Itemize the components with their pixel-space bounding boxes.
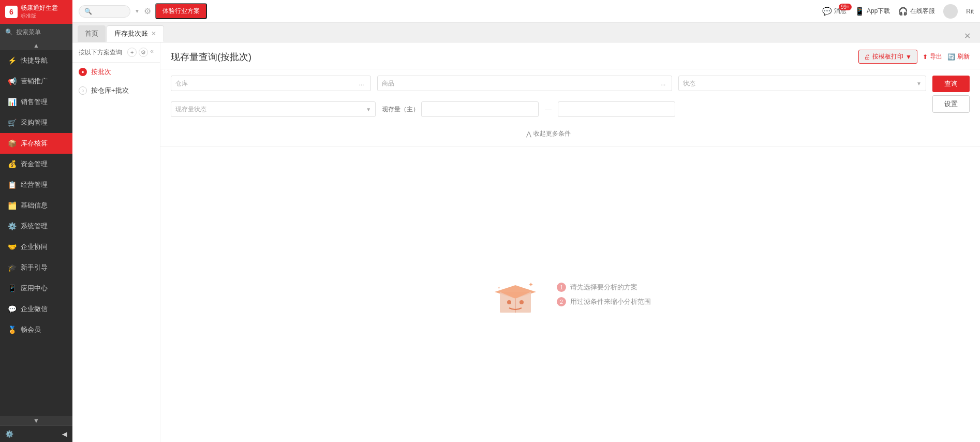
export-icon: ⬆ (923, 53, 928, 61)
scheme-dot-warehouse: ○ (79, 86, 87, 95)
inventory-qty-max[interactable] (558, 101, 675, 117)
sidebar-item-purchase[interactable]: 🛒采购管理 (0, 112, 72, 133)
basics-icon: 🗂️ (7, 201, 17, 210)
query-btn[interactable]: 查询 (932, 76, 970, 92)
tab-inventory-batch[interactable]: 库存批次账 ✕ (107, 25, 164, 42)
collapse-filters-btn[interactable]: ⋀ 收起更多条件 (171, 127, 926, 140)
sidebar-item-label: 快捷导航 (21, 56, 48, 65)
scheme-dot-batch: ● (79, 68, 87, 76)
warehouse-more-btn[interactable]: ... (357, 80, 366, 87)
settings-btn[interactable]: 设置 (932, 95, 970, 113)
wechat-icon: 💬 (7, 304, 17, 314)
add-scheme-btn[interactable]: + (127, 48, 137, 57)
sidebar-item-inventory[interactable]: 📦库存核算 (0, 133, 72, 154)
sidebar-item-enterprise[interactable]: 🤝企业协同 (0, 237, 72, 257)
inventory-qty-dash: — (541, 106, 556, 113)
topbar: 🔍 ▼ ⚙ 体验行业方案 💬 消息 99+ 📱 App下载 🎧 在线客服 Rit (72, 0, 980, 23)
messages-action[interactable]: 💬 消息 99+ (822, 7, 847, 16)
app-download-action[interactable]: 📱 App下载 (855, 7, 890, 16)
online-service-action[interactable]: 🎧 在线客服 (898, 7, 935, 16)
scheme-item-warehouse-batch[interactable]: ○ 按仓库+批次 (72, 81, 160, 100)
sidebar-header: 6 畅康通好生意 标准版 (0, 0, 72, 24)
refresh-icon: 🔄 (947, 53, 955, 61)
sidebar-scroll-down[interactable]: ▼ (0, 416, 72, 425)
sidebar-item-quick-nav[interactable]: ⚡快捷导航 (0, 50, 72, 71)
enterprise-icon: 🤝 (7, 242, 17, 252)
topbar-actions: 💬 消息 99+ 📱 App下载 🎧 在线客服 Rit (822, 4, 974, 19)
scheme-header-label: 按以下方案查询 (79, 48, 122, 57)
sidebar-item-operations[interactable]: 📋经营管理 (0, 174, 72, 195)
experience-btn[interactable]: 体验行业方案 (155, 3, 207, 19)
sidebar-item-basics[interactable]: 🗂️基础信息 (0, 195, 72, 216)
system-icon: ⚙️ (7, 222, 17, 231)
topbar-search[interactable]: 🔍 (79, 5, 130, 18)
sidebar-item-member[interactable]: 🏅畅会员 (0, 319, 72, 340)
product-more-btn[interactable]: ... (658, 80, 667, 87)
operations-icon: 📋 (7, 180, 17, 189)
sidebar-item-label: 采购管理 (21, 118, 48, 127)
scheme-settings-btn[interactable]: ⚙ (139, 48, 148, 57)
print-btn[interactable]: 🖨 按模板打印 ▼ (858, 50, 917, 64)
warehouse-label: 仓库 (175, 79, 357, 88)
service-label: 在线客服 (910, 7, 935, 16)
inventory-status-filter[interactable]: 现存量状态 ▼ (171, 101, 376, 117)
svg-point-4 (507, 300, 511, 304)
member-icon: 🏅 (7, 325, 17, 334)
inventory-status-label: 现存量状态 (175, 105, 366, 114)
empty-illustration: ✦ ✦ (489, 269, 541, 320)
sidebar-item-label: 营销推广 (21, 77, 48, 86)
search-icon: 🔍 (84, 8, 92, 15)
search-icon: 🔍 (5, 28, 13, 36)
search-menu-label: 搜索菜单 (16, 28, 41, 37)
sidebar-item-marketing[interactable]: 📢营销推广 (0, 71, 72, 92)
message-icon: 💬 (822, 7, 832, 16)
inventory-qty-label: 现存量（主） (382, 105, 419, 114)
username-label[interactable]: Rit (966, 8, 974, 15)
app-center-icon: 📱 (7, 284, 17, 293)
main-area: 🔍 ▼ ⚙ 体验行业方案 💬 消息 99+ 📱 App下载 🎧 在线客服 Rit (72, 0, 980, 442)
scheme-header: 按以下方案查询 + ⚙ « (72, 42, 160, 63)
tab-close-icon[interactable]: ✕ (151, 30, 156, 37)
refresh-btn[interactable]: 🔄 刷新 (947, 52, 970, 61)
sidebar-item-system[interactable]: ⚙️系统管理 (0, 216, 72, 237)
sidebar: 6 畅康通好生意 标准版 🔍 搜索菜单 ▲ ⚡快捷导航📢营销推广📊销售管理🛒采购… (0, 0, 72, 442)
settings-icon[interactable]: ⚙️ (5, 430, 13, 438)
product-label: 商品 (382, 79, 659, 88)
hint-text-1: 请先选择要分析的方案 (570, 283, 637, 292)
sidebar-scroll-up[interactable]: ▲ (0, 41, 72, 50)
inventory-qty-min[interactable] (421, 101, 539, 117)
scheme-header-actions: + ⚙ « (127, 48, 154, 57)
empty-state: ✦ ✦ 1 请先选择要分析的方案 2 用过滤条件来缩小分析范围 (160, 147, 980, 442)
status-filter[interactable]: 状态 ▼ (678, 76, 926, 91)
hint-num-1: 1 (557, 283, 566, 292)
toggle-sidebar-icon[interactable]: ◀ (62, 430, 67, 438)
svg-point-5 (519, 300, 524, 304)
sidebar-item-sales[interactable]: 📊销售管理 (0, 92, 72, 112)
panel-close-icon[interactable]: ✕ (960, 31, 975, 41)
app-icon: 📱 (855, 7, 865, 16)
sidebar-item-label: 企业协同 (21, 242, 48, 252)
sidebar-footer: ⚙️ ◀ (0, 425, 72, 442)
svg-text:✦: ✦ (497, 286, 501, 290)
scheme-item-batch[interactable]: ● 按批次 (72, 63, 160, 81)
user-avatar[interactable] (943, 4, 958, 19)
sidebar-item-label: 库存核算 (21, 139, 48, 148)
export-btn[interactable]: ⬆ 导出 (923, 52, 942, 61)
sidebar-item-app-center[interactable]: 📱应用中心 (0, 278, 72, 299)
page-title: 现存量查询(按批次) (171, 51, 251, 63)
sidebar-item-finance[interactable]: 💰资金管理 (0, 154, 72, 174)
plus-icon: + (130, 49, 133, 55)
tab-home[interactable]: 首页 (78, 25, 106, 42)
product-filter[interactable]: 商品 ... (377, 76, 673, 91)
sidebar-item-wechat[interactable]: 💬企业微信 (0, 299, 72, 319)
sidebar-item-guide[interactable]: 🎓新手引导 (0, 257, 72, 278)
status-label: 状态 (683, 79, 916, 88)
scheme-collapse-btn[interactable]: « (150, 48, 154, 57)
topbar-dropdown-icon[interactable]: ▼ (135, 8, 140, 14)
topbar-gear-icon[interactable]: ⚙ (144, 6, 151, 16)
warehouse-filter[interactable]: 仓库 ... (171, 76, 371, 91)
quick-nav-icon: ⚡ (7, 56, 17, 65)
sales-icon: 📊 (7, 97, 17, 107)
scheme-list: ● 按批次 ○ 按仓库+批次 (72, 63, 160, 442)
search-menu-button[interactable]: 🔍 搜索菜单 (0, 24, 72, 41)
